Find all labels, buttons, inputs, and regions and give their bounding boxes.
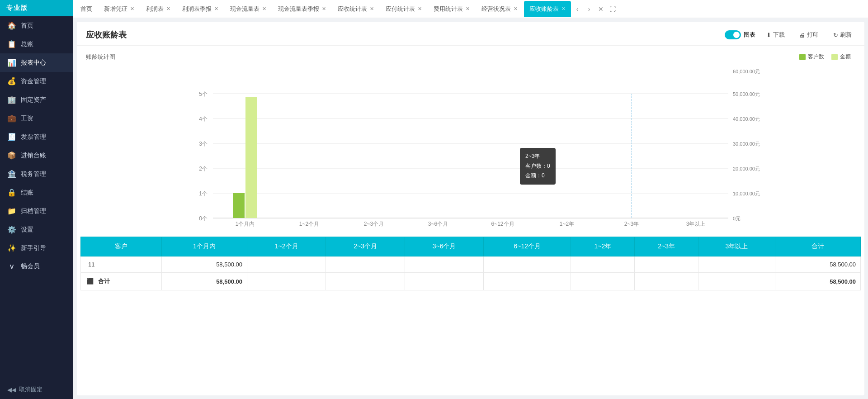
tab-close-icon[interactable]: ✕ (214, 6, 218, 12)
tab-close-icon[interactable]: ✕ (514, 6, 518, 12)
footer-m23 (326, 273, 405, 290)
col-y23: 2~3年 (635, 237, 698, 256)
legend-customers: 客户数 (799, 53, 824, 61)
sidebar-item-asset[interactable]: 🏢 固定资产 (0, 90, 73, 109)
download-icon: ⬇ (766, 32, 771, 38)
stock-icon: 📦 (7, 151, 16, 160)
cell-m36 (405, 256, 483, 273)
ledger-icon: 📋 (7, 40, 16, 48)
sidebar-item-label: 结账 (21, 189, 33, 197)
col-customer: 客户 (81, 237, 162, 256)
sidebar-item-salary[interactable]: 💼 工资 (0, 109, 73, 128)
col-m36: 3~6个月 (405, 237, 483, 256)
cell-customer: 11 (81, 256, 162, 273)
unpin-button[interactable]: ◀◀ 取消固定 (0, 380, 73, 399)
sidebar-item-tax[interactable]: 🏦 税务管理 (0, 165, 73, 183)
sidebar-item-ledger[interactable]: 📋 总账 (0, 35, 73, 53)
sidebar-item-label: 固定资产 (21, 96, 46, 104)
sidebar-item-close[interactable]: 🔒 结账 (0, 183, 73, 202)
sidebar-item-label: 报表中心 (21, 59, 46, 67)
cell-y12 (571, 256, 635, 273)
tab-voucher[interactable]: 新增凭证 ✕ (99, 1, 140, 17)
footer-m36 (405, 273, 483, 290)
sidebar-item-member[interactable]: V 畅会员 (0, 257, 73, 276)
salary-icon: 💼 (7, 114, 16, 123)
tab-close-icon[interactable]: ✕ (418, 6, 422, 12)
legend-customers-dot (799, 54, 806, 60)
header-actions: 图表 ⬇ 下载 🖨 打印 ↻ 刷新 (725, 29, 855, 41)
tab-close-icon[interactable]: ✕ (561, 6, 566, 12)
tab-label: 新增凭证 (104, 5, 127, 13)
unpin-icon: ◀◀ (7, 386, 16, 393)
tab-cashflow-quarter[interactable]: 现金流量表季报 ✕ (273, 1, 331, 17)
col-m612: 6~12个月 (484, 237, 571, 256)
chart-title: 账龄统计图 (86, 53, 855, 61)
footer-m12 (247, 273, 326, 290)
sidebar-item-label: 首页 (21, 22, 33, 30)
chart-toggle[interactable] (725, 30, 741, 39)
col-total: 合计 (775, 237, 860, 256)
legend-amount: 金额 (831, 53, 851, 61)
svg-text:2个: 2个 (199, 166, 208, 172)
tab-expense-stat[interactable]: 费用统计表 ✕ (428, 1, 475, 17)
guide-icon: ✨ (7, 244, 16, 252)
tab-scroll-right-button[interactable]: › (584, 4, 594, 14)
page-content: 应收账龄表 图表 ⬇ 下载 🖨 打印 ↻ 刷新 (77, 22, 864, 395)
footer-m612 (484, 273, 571, 290)
sidebar-item-fund[interactable]: 💰 资金管理 (0, 72, 73, 90)
tab-ar-aging[interactable]: 应收账龄表 ✕ (524, 1, 571, 17)
svg-text:2~3个月: 2~3个月 (364, 221, 384, 227)
sidebar-item-settings[interactable]: ⚙️ 设置 (0, 220, 73, 239)
cell-y3plus (698, 256, 775, 273)
bar-customers-1[interactable] (233, 193, 245, 218)
cell-m1: 58,500.00 (161, 256, 247, 273)
sidebar-item-report[interactable]: 📊 报表中心 (0, 53, 73, 72)
tab-scroll-left-button[interactable]: ‹ (572, 4, 583, 14)
chart-svg-wrapper: 0个 1个 2个 3个 4个 5个 0元 10,000.00元 20,000.0… (86, 66, 855, 229)
sidebar-item-stock[interactable]: 📦 进销台账 (0, 146, 73, 165)
tab-home[interactable]: 首页 (75, 1, 98, 17)
refresh-button[interactable]: ↻ 刷新 (830, 29, 855, 41)
tab-label: 应收账龄表 (529, 5, 559, 13)
svg-text:6~12个月: 6~12个月 (491, 221, 514, 227)
tab-operation[interactable]: 经营状况表 ✕ (476, 1, 523, 17)
download-button[interactable]: ⬇ 下载 (763, 29, 788, 41)
bar-amount-1[interactable] (245, 97, 257, 218)
print-button[interactable]: 🖨 打印 (796, 29, 822, 41)
col-m1: 1个月内 (161, 237, 247, 256)
sidebar-item-archive[interactable]: 📁 归档管理 (0, 202, 73, 220)
svg-text:0元: 0元 (733, 216, 741, 221)
main-content: 首页 新增凭证 ✕ 利润表 ✕ 利润表季报 ✕ 现金流量表 ✕ 现金流量表季报 … (73, 0, 868, 399)
tab-close-all-button[interactable]: ✕ (595, 4, 606, 14)
tab-payable-stat[interactable]: 应付统计表 ✕ (380, 1, 427, 17)
svg-text:3年以上: 3年以上 (686, 221, 706, 227)
tab-close-icon[interactable]: ✕ (370, 6, 374, 12)
tab-close-icon[interactable]: ✕ (322, 6, 326, 12)
refresh-icon: ↻ (833, 32, 838, 38)
tab-close-icon[interactable]: ✕ (262, 6, 266, 12)
tab-profit-quarter[interactable]: 利润表季报 ✕ (177, 1, 224, 17)
tab-close-icon[interactable]: ✕ (130, 6, 134, 12)
download-label: 下载 (773, 31, 785, 39)
report-icon: 📊 (7, 58, 16, 67)
tab-close-icon[interactable]: ✕ (466, 6, 470, 12)
tab-label: 应收统计表 (338, 5, 367, 13)
svg-text:0个: 0个 (199, 215, 208, 222)
col-y3plus: 3年以上 (698, 237, 775, 256)
unpin-label: 取消固定 (19, 385, 42, 394)
tab-close-icon[interactable]: ✕ (166, 6, 170, 12)
svg-text:1个: 1个 (199, 190, 208, 197)
svg-text:2~3年: 2~3年 (624, 221, 639, 227)
tab-receivable-stat[interactable]: 应收统计表 ✕ (332, 1, 379, 17)
sidebar-item-guide[interactable]: ✨ 新手引导 (0, 239, 73, 257)
tab-cashflow[interactable]: 现金流量表 ✕ (225, 1, 272, 17)
sidebar: 专业版 🏠 首页 📋 总账 📊 报表中心 💰 资金管理 🏢 固定资产 💼 工资 … (0, 0, 73, 399)
tab-fullscreen-button[interactable]: ⛶ (607, 4, 618, 14)
sidebar-item-label: 设置 (21, 226, 33, 234)
archive-icon: 📁 (7, 207, 16, 215)
sidebar-item-invoice[interactable]: 🧾 发票管理 (0, 128, 73, 146)
settings-icon: ⚙️ (7, 225, 16, 234)
sidebar-item-home[interactable]: 🏠 首页 (0, 16, 73, 35)
svg-text:30,000.00元: 30,000.00元 (733, 141, 760, 147)
tab-profit[interactable]: 利润表 ✕ (141, 1, 176, 17)
